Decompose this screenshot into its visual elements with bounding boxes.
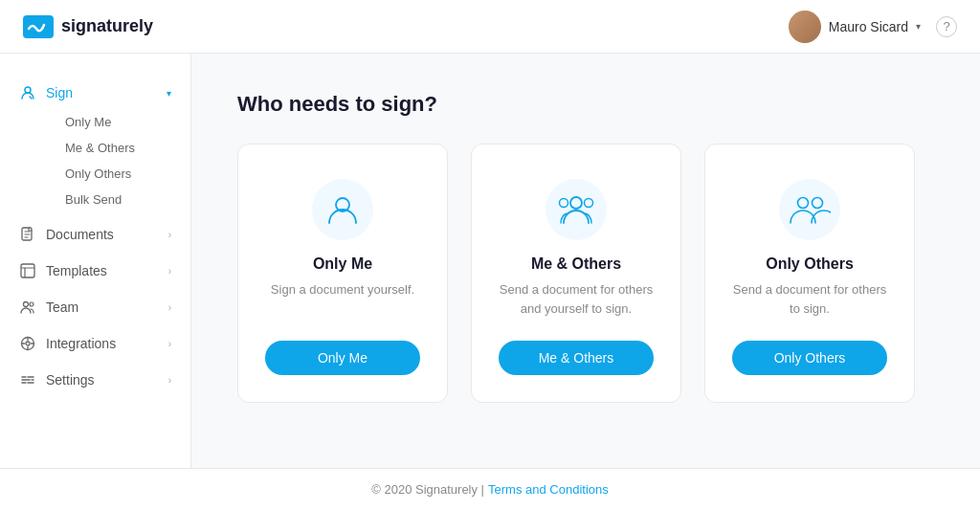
- logo[interactable]: signaturely: [23, 15, 153, 38]
- sign-subitems: Only Me Me & Others Only Others Bulk Sen…: [19, 109, 171, 212]
- sidebar-item-integrations[interactable]: Integrations ›: [0, 325, 190, 362]
- only-me-icon-wrap: [312, 179, 373, 240]
- svg-point-4: [24, 302, 29, 307]
- svg-point-14: [560, 199, 568, 208]
- header-right: Mauro Sicard ▾ ?: [789, 11, 957, 43]
- only-me-button[interactable]: Only Me: [265, 341, 420, 375]
- help-icon[interactable]: ?: [936, 16, 957, 37]
- user-menu[interactable]: Mauro Sicard ▾: [789, 11, 921, 43]
- only-me-title: Only Me: [313, 255, 372, 273]
- svg-rect-0: [23, 15, 54, 38]
- integrations-icon: [19, 335, 36, 352]
- svg-point-12: [570, 197, 582, 209]
- card-only-others: Only Others Send a document for others t…: [704, 144, 915, 403]
- documents-chevron-icon: ›: [168, 230, 171, 240]
- card-only-me: Only Me Sign a document yourself. Only M…: [237, 144, 448, 403]
- sidebar-subitem-me-and-others[interactable]: Me & Others: [65, 135, 171, 161]
- integrations-label: Integrations: [46, 336, 116, 351]
- sidebar-subitem-bulk-send[interactable]: Bulk Send: [65, 187, 171, 212]
- svg-point-13: [585, 199, 593, 208]
- me-and-others-desc: Send a document for others and yourself …: [499, 280, 654, 318]
- main-content: Who needs to sign? Only Me Sign a docume…: [191, 54, 980, 468]
- me-and-others-title: Me & Others: [531, 255, 621, 273]
- user-name: Mauro Sicard: [829, 19, 908, 34]
- settings-label: Settings: [46, 372, 95, 388]
- terms-link[interactable]: Terms and Conditions: [488, 482, 609, 497]
- logo-icon: [23, 15, 54, 38]
- me-and-others-icon-wrap: [546, 179, 607, 240]
- me-and-others-button[interactable]: Me & Others: [499, 341, 654, 375]
- card-me-and-others: Me & Others Send a document for others a…: [471, 144, 681, 403]
- only-others-icon-wrap: [779, 179, 840, 240]
- sidebar-item-templates[interactable]: Templates ›: [0, 253, 190, 289]
- sidebar: Sign ▾ Only Me Me & Others Only Others B…: [0, 54, 191, 468]
- only-others-icon: [789, 192, 831, 227]
- me-and-others-icon: [557, 192, 595, 227]
- svg-point-5: [30, 302, 33, 306]
- svg-point-7: [26, 342, 30, 345]
- sidebar-item-sign[interactable]: Sign ▾: [19, 77, 171, 109]
- document-icon: [19, 226, 36, 243]
- templates-chevron-icon: ›: [168, 266, 171, 277]
- sign-section: Sign ▾ Only Me Me & Others Only Others B…: [0, 77, 190, 216]
- sign-icon: [19, 84, 36, 101]
- page-title: Who needs to sign?: [237, 92, 934, 117]
- svg-point-1: [25, 87, 31, 93]
- layout: Sign ▾ Only Me Me & Others Only Others B…: [0, 54, 980, 468]
- sidebar-subitem-only-me[interactable]: Only Me: [65, 109, 171, 135]
- svg-point-16: [813, 198, 823, 209]
- only-me-desc: Sign a document yourself.: [271, 280, 414, 318]
- cards-row: Only Me Sign a document yourself. Only M…: [237, 144, 934, 403]
- logo-text: signaturely: [61, 16, 153, 36]
- sidebar-item-team[interactable]: Team ›: [0, 289, 190, 325]
- footer: © 2020 Signaturely | Terms and Condition…: [0, 468, 980, 510]
- chevron-down-icon: ▾: [916, 21, 921, 32]
- sidebar-item-documents[interactable]: Documents ›: [0, 216, 190, 253]
- avatar: [789, 11, 821, 43]
- sign-chevron-icon: ▾: [167, 88, 171, 99]
- documents-label: Documents: [46, 227, 114, 242]
- svg-point-15: [798, 198, 809, 209]
- header: signaturely Mauro Sicard ▾ ?: [0, 0, 980, 54]
- team-label: Team: [46, 299, 78, 315]
- only-me-icon: [325, 192, 360, 227]
- team-chevron-icon: ›: [168, 302, 171, 313]
- settings-icon: [19, 371, 36, 388]
- integrations-chevron-icon: ›: [168, 339, 171, 349]
- only-others-desc: Send a document for others to sign.: [732, 280, 887, 318]
- sidebar-subitem-only-others[interactable]: Only Others: [65, 161, 171, 187]
- settings-chevron-icon: ›: [168, 375, 171, 386]
- sidebar-item-settings[interactable]: Settings ›: [0, 362, 190, 398]
- template-icon: [19, 262, 36, 279]
- team-icon: [19, 299, 36, 316]
- only-others-title: Only Others: [766, 255, 854, 273]
- svg-rect-3: [21, 264, 34, 277]
- sign-label: Sign: [46, 85, 73, 100]
- only-others-button[interactable]: Only Others: [732, 341, 887, 375]
- footer-copyright: © 2020 Signaturely |: [371, 482, 484, 497]
- templates-label: Templates: [46, 263, 107, 278]
- avatar-image: [789, 11, 821, 43]
